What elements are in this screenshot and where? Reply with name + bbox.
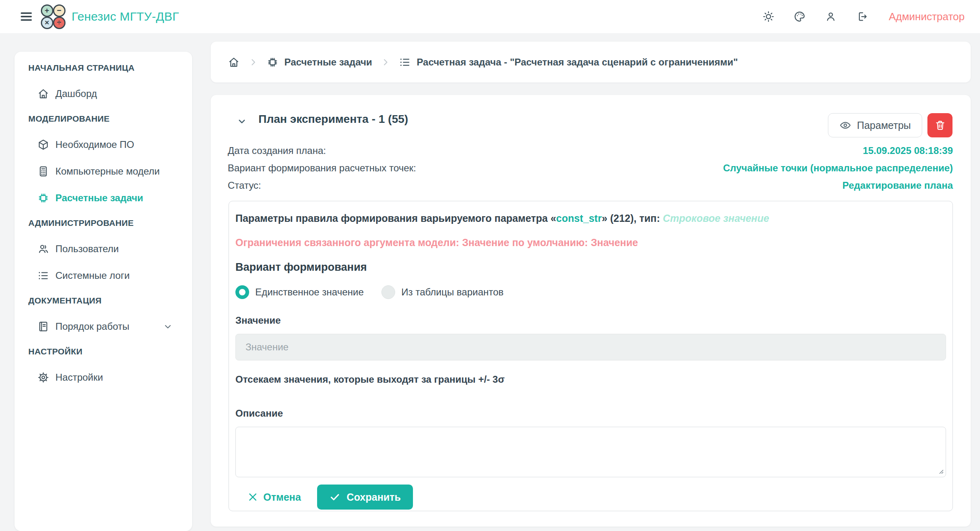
radio-single-value[interactable]: Единственное значение (235, 285, 364, 299)
theme-sun-icon[interactable] (762, 11, 775, 23)
chevron-right-icon (381, 58, 390, 67)
breadcrumb-home[interactable] (228, 56, 240, 68)
palette-icon[interactable] (794, 11, 806, 23)
sidebar-item-settings[interactable]: Настройки (15, 368, 192, 387)
cpu-icon (267, 56, 279, 68)
detail-row-point-variant: Вариант формирования расчетных точек: Сл… (228, 159, 953, 177)
detail-value: Редактирование плана (842, 180, 953, 191)
app-logo-icon: + − × ÷ (41, 4, 65, 29)
user-role-label[interactable]: Администратор (889, 11, 965, 23)
experiment-plan-card: План эксперимента - 1 (55) Параметры Дат… (211, 95, 971, 527)
description-textarea[interactable] (235, 427, 946, 477)
description-area-wrap (235, 427, 946, 477)
sidebar-section-settings: НАСТРОЙКИ (15, 347, 192, 356)
variant-radio-group: Единственное значение Из таблицы вариант… (235, 285, 946, 299)
rule-param-type: Строковое значение (663, 213, 769, 224)
sidebar-item-computer-models[interactable]: Компьютерные модели (15, 162, 192, 181)
home-icon (37, 88, 49, 100)
collapse-chevron-down-icon[interactable] (236, 115, 248, 127)
sidebar-section-modeling: МОДЕЛИРОВАНИЕ (15, 114, 192, 124)
detail-value: Случайные точки (нормальное распределени… (723, 162, 953, 174)
sigma-note: Отсекаем значения, которые выходят за гр… (235, 373, 946, 386)
rule-title: Параметры правила формирования варьируем… (235, 211, 946, 225)
logout-icon[interactable] (856, 11, 868, 23)
sidebar-item-work-procedure[interactable]: Порядок работы (15, 317, 192, 336)
form-actions: Отмена Сохранить (235, 485, 946, 510)
calculator-icon (37, 165, 49, 177)
list-icon (399, 56, 411, 68)
sidebar-item-dashboard[interactable]: Дашборд (15, 84, 192, 103)
app-header: + − × ÷ Генезис МГТУ-ДВГ Администратор (0, 0, 980, 33)
sidebar-item-software[interactable]: Необходимое ПО (15, 135, 192, 154)
breadcrumb-label: Расчетная задача - "Расчетная задача сце… (417, 57, 738, 68)
radio-label: Из таблицы вариантов (401, 287, 504, 298)
detail-value: 15.09.2025 08:18:39 (863, 145, 953, 156)
detail-label: Статус: (228, 180, 261, 191)
plan-details: Дата создания плана: 15.09.2025 08:18:39… (228, 142, 953, 194)
sidebar-item-label: Расчетные задачи (55, 192, 143, 204)
rule-title-suffix: » (212), тип: (602, 213, 663, 224)
logo-plus-circle: + (41, 4, 53, 17)
user-icon[interactable] (825, 11, 837, 23)
breadcrumb: Расчетные задачи Расчетная задача - "Рас… (211, 42, 971, 82)
parameters-button-label: Параметры (857, 120, 911, 131)
sidebar-section-home: НАЧАЛЬНАЯ СТРАНИЦА (15, 63, 192, 73)
radio-from-table[interactable]: Из таблицы вариантов (381, 285, 504, 299)
cancel-button-label: Отмена (263, 491, 301, 503)
plan-title: План эксперимента - 1 (55) (258, 113, 408, 126)
radio-button-icon[interactable] (381, 285, 395, 299)
resize-grip-icon[interactable] (938, 468, 944, 474)
sidebar-item-system-logs[interactable]: Системные логи (15, 266, 192, 285)
sidebar-item-label: Системные логи (55, 270, 130, 281)
header-actions: Администратор (762, 11, 965, 23)
cpu-icon (37, 192, 49, 204)
logo-minus-circle: − (53, 4, 66, 17)
x-icon (248, 492, 258, 502)
menu-icon[interactable] (18, 8, 35, 25)
logo-divide-circle: ÷ (53, 17, 66, 29)
value-label: Значение (235, 314, 946, 327)
chevron-right-icon (249, 58, 258, 67)
sidebar: НАЧАЛЬНАЯ СТРАНИЦА Дашборд МОДЕЛИРОВАНИЕ… (15, 52, 192, 531)
save-button-label: Сохранить (347, 491, 401, 503)
book-icon (37, 320, 49, 333)
logo-plus-glyph: + (44, 6, 49, 15)
description-label: Описание (235, 407, 946, 420)
variant-heading: Вариант формирования (235, 259, 946, 275)
rule-constraints: Ограничения связанного аргумента модели:… (235, 235, 946, 250)
sidebar-section-documentation: ДОКУМЕНТАЦИЯ (15, 296, 192, 306)
logo-times-circle: × (41, 17, 53, 29)
save-button[interactable]: Сохранить (317, 485, 413, 510)
sidebar-section-administration: АДМИНИСТРИРОВАНИЕ (15, 218, 192, 228)
cancel-button[interactable]: Отмена (245, 491, 303, 504)
sidebar-item-label: Необходимое ПО (55, 139, 134, 150)
gear-icon (37, 371, 49, 384)
value-input[interactable] (235, 334, 946, 360)
parameters-button[interactable]: Параметры (828, 113, 922, 137)
list-icon (37, 270, 49, 282)
chevron-down-icon[interactable] (163, 322, 173, 331)
radio-label: Единственное значение (255, 287, 364, 298)
detail-row-created: Дата создания плана: 15.09.2025 08:18:39 (228, 142, 953, 159)
breadcrumb-current-task: Расчетная задача - "Расчетная задача сце… (399, 56, 738, 68)
eye-icon (839, 119, 851, 131)
logo-minus-glyph: − (57, 6, 61, 15)
app-title: Генезис МГТУ-ДВГ (72, 10, 179, 23)
breadcrumb-calculation-tasks[interactable]: Расчетные задачи (267, 56, 372, 68)
detail-label: Дата создания плана: (228, 145, 326, 156)
parameter-rule-form: Параметры правила формирования варьируем… (229, 201, 953, 511)
sidebar-item-label: Дашборд (55, 88, 97, 99)
trash-icon (934, 120, 946, 131)
rule-param-name: const_str (556, 213, 602, 224)
breadcrumb-label: Расчетные задачи (284, 57, 372, 68)
radio-button-icon[interactable] (235, 285, 249, 299)
rule-title-prefix: Параметры правила формирования варьируем… (235, 213, 556, 224)
sidebar-item-label: Настройки (55, 372, 103, 383)
sidebar-item-label: Компьютерные модели (55, 166, 160, 177)
logo-divide-glyph: ÷ (57, 18, 61, 27)
delete-plan-button[interactable] (927, 113, 952, 137)
home-icon (228, 56, 240, 68)
sidebar-item-users[interactable]: Пользователи (15, 239, 192, 259)
sidebar-item-calculation-tasks[interactable]: Расчетные задачи (15, 188, 192, 208)
sidebar-item-label: Порядок работы (55, 321, 129, 332)
